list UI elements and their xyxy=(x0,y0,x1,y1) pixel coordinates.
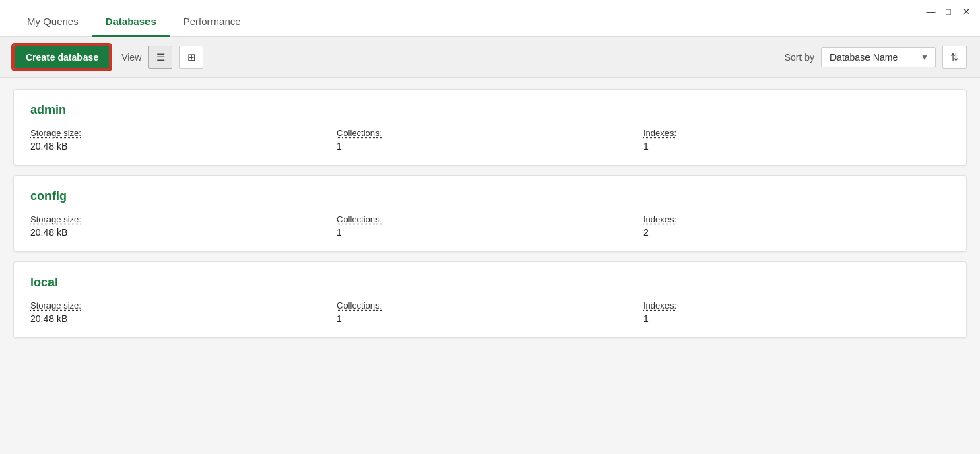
database-stats-admin: Storage size: 20.48 kB Collections: 1 In… xyxy=(30,128,950,152)
tab-performance[interactable]: Performance xyxy=(170,7,255,37)
indexes-stat: Indexes: 1 xyxy=(643,300,950,324)
indexes-stat: Indexes: 2 xyxy=(643,214,950,238)
database-name-local[interactable]: local xyxy=(30,275,950,290)
collections-value: 1 xyxy=(337,227,643,238)
sort-direction-icon: ⇅ xyxy=(950,51,959,63)
indexes-value: 1 xyxy=(643,141,950,152)
collections-stat: Collections: 1 xyxy=(337,214,643,238)
storage-size-value: 20.48 kB xyxy=(30,313,337,324)
tab-databases[interactable]: Databases xyxy=(92,7,170,37)
indexes-value: 2 xyxy=(643,227,950,238)
database-stats-config: Storage size: 20.48 kB Collections: 1 In… xyxy=(30,214,950,238)
database-list: admin Storage size: 20.48 kB Collections… xyxy=(0,78,980,454)
collections-stat: Collections: 1 xyxy=(337,128,643,152)
storage-size-stat: Storage size: 20.48 kB xyxy=(30,300,337,324)
sort-by-wrapper: Database Name Storage Size Collections I… xyxy=(821,47,936,67)
database-card-config: config Storage size: 20.48 kB Collection… xyxy=(13,175,967,252)
database-name-admin[interactable]: admin xyxy=(30,103,950,117)
sort-direction-button[interactable]: ⇅ xyxy=(942,46,967,69)
sort-by-label: Sort by xyxy=(785,52,814,63)
database-card-admin: admin Storage size: 20.48 kB Collections… xyxy=(13,89,967,166)
maximize-button[interactable]: □ xyxy=(942,5,954,18)
sort-by-select[interactable]: Database Name Storage Size Collections I… xyxy=(821,47,936,67)
storage-size-value: 20.48 kB xyxy=(30,227,337,238)
indexes-label: Indexes: xyxy=(643,214,950,224)
storage-size-value: 20.48 kB xyxy=(30,141,337,152)
tab-bar: My Queries Databases Performance xyxy=(0,0,980,37)
toolbar: Create database View ☰ ⊞ Sort by Databas… xyxy=(0,37,980,78)
view-label: View xyxy=(121,52,141,63)
tab-my-queries[interactable]: My Queries xyxy=(13,7,92,37)
database-name-config[interactable]: config xyxy=(30,189,950,203)
storage-size-label: Storage size: xyxy=(30,300,337,311)
storage-size-stat: Storage size: 20.48 kB xyxy=(30,214,337,238)
list-view-button[interactable]: ☰ xyxy=(148,46,172,69)
collections-stat: Collections: 1 xyxy=(337,300,643,324)
list-icon: ☰ xyxy=(156,51,165,63)
collections-label: Collections: xyxy=(337,214,643,224)
titlebar: — □ ✕ xyxy=(917,0,980,23)
storage-size-label: Storage size: xyxy=(30,128,337,138)
storage-size-label: Storage size: xyxy=(30,214,337,224)
collections-value: 1 xyxy=(337,141,643,152)
app: My Queries Databases Performance Create … xyxy=(0,0,980,454)
grid-icon: ⊞ xyxy=(187,51,196,63)
indexes-label: Indexes: xyxy=(643,128,950,138)
collections-value: 1 xyxy=(337,313,643,324)
indexes-value: 1 xyxy=(643,313,950,324)
storage-size-stat: Storage size: 20.48 kB xyxy=(30,128,337,152)
indexes-label: Indexes: xyxy=(643,300,950,311)
sort-controls: Sort by Database Name Storage Size Colle… xyxy=(785,46,967,69)
create-database-button[interactable]: Create database xyxy=(13,45,110,69)
grid-view-button[interactable]: ⊞ xyxy=(179,46,203,69)
close-button[interactable]: ✕ xyxy=(960,5,972,18)
indexes-stat: Indexes: 1 xyxy=(643,128,950,152)
minimize-button[interactable]: — xyxy=(925,5,937,18)
collections-label: Collections: xyxy=(337,300,643,311)
database-card-local: local Storage size: 20.48 kB Collections… xyxy=(13,261,967,338)
collections-label: Collections: xyxy=(337,128,643,138)
database-stats-local: Storage size: 20.48 kB Collections: 1 In… xyxy=(30,300,950,324)
